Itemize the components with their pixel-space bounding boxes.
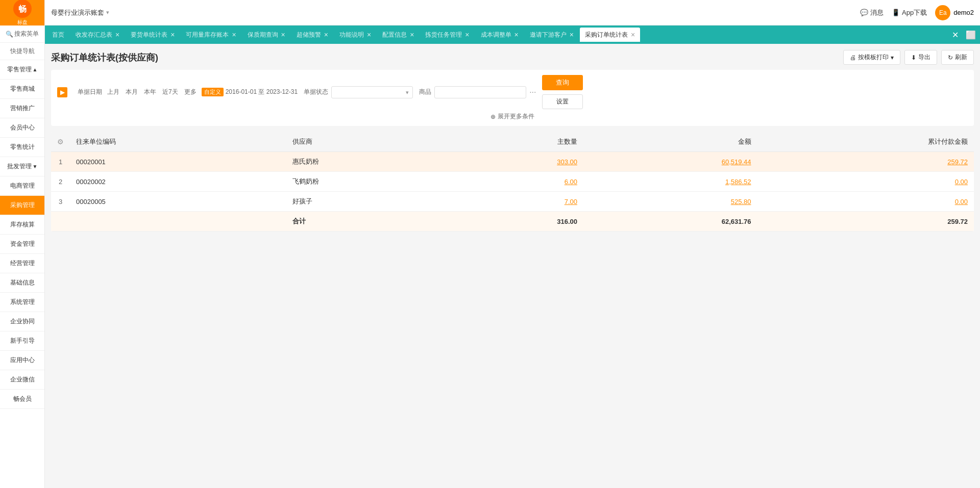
- data-table-wrap: ⚙ 往来单位编码 供应商 主数量 金额 累计付款金额 1 00020001 惠氏…: [51, 132, 974, 232]
- tab-yaohuo-label: 要货单统计表: [131, 31, 167, 39]
- tab-tuohuo[interactable]: 拣货任务管理 ×: [420, 28, 474, 42]
- tab-yaohuo[interactable]: 要货单统计表 ×: [126, 28, 180, 42]
- table-header-row: ⚙ 往来单位编码 供应商 主数量 金额 累计付款金额: [51, 132, 974, 152]
- tab-kuyong[interactable]: 可用量库存账本 ×: [181, 28, 241, 42]
- filter-expand-arrow[interactable]: ▶: [57, 87, 67, 97]
- date-btn-more[interactable]: 更多: [182, 87, 199, 97]
- sidebar-item-purchase[interactable]: 采购管理: [0, 196, 44, 215]
- sidebar-item-retail-mall[interactable]: 零售商城: [0, 80, 44, 99]
- message-button[interactable]: 💬 消息: [860, 8, 884, 17]
- print-button[interactable]: 🖨 按模板打印 ▾: [843, 50, 900, 65]
- tab-close-icon[interactable]: ×: [324, 31, 328, 38]
- row-amount: 1,586.52: [583, 172, 757, 192]
- sidebar-item-retail[interactable]: 零售管理 ▲: [0, 60, 44, 80]
- sidebar-item-basic[interactable]: 基础信息: [0, 273, 44, 293]
- tab-home[interactable]: 首页: [47, 28, 69, 42]
- row-code: 00020002: [70, 172, 286, 192]
- export-icon: ⬇: [911, 54, 916, 61]
- tab-close-icon[interactable]: ×: [170, 31, 175, 38]
- tab-shoufa[interactable]: 收发存汇总表 ×: [70, 28, 125, 42]
- sidebar-item-corpwx[interactable]: 企业微信: [0, 370, 44, 390]
- tab-close-icon[interactable]: ×: [367, 31, 371, 38]
- tab-peizhi[interactable]: 配置信息 ×: [377, 28, 419, 42]
- sidebar-item-ops[interactable]: 经营管理: [0, 254, 44, 273]
- sidebar-logo: 畅 标盘: [0, 0, 44, 25]
- sidebar-item-retail-stat[interactable]: 零售统计: [0, 138, 44, 157]
- tab-close-icon[interactable]: ×: [410, 31, 414, 38]
- th-amount: 金额: [583, 132, 757, 152]
- column-settings-button[interactable]: 设置: [542, 94, 583, 109]
- table-row[interactable]: 2 00020002 飞鹤奶粉 6.00 1,586.52 0.00: [51, 172, 974, 192]
- tabbar: 首页 收发存汇总表 × 要货单统计表 × 可用量库存账本 × 保质期查询 × 超…: [45, 25, 980, 44]
- row-amount: 525.80: [583, 192, 757, 212]
- tab-chaocheng[interactable]: 超储预警 ×: [291, 28, 333, 42]
- tab-baozhi-label: 保质期查询: [248, 31, 278, 39]
- logo-icon: 畅: [13, 0, 32, 18]
- tab-close-icon[interactable]: ×: [514, 31, 519, 38]
- th-supplier: 供应商: [286, 132, 448, 152]
- quicknav-button[interactable]: 快捷导航: [0, 43, 44, 60]
- query-button[interactable]: 查询: [542, 75, 583, 90]
- table-row[interactable]: 3 00020005 好孩子 7.00 525.80 0.00: [51, 192, 974, 212]
- th-code: 往来单位编码: [70, 132, 286, 152]
- workspace-selector[interactable]: 母婴行业演示账套 ▾: [51, 8, 109, 17]
- sidebar-item-corp[interactable]: 企业协同: [0, 312, 44, 331]
- status-select[interactable]: [331, 86, 413, 98]
- tab-close-icon[interactable]: ×: [232, 31, 236, 38]
- row-paid: 0.00: [757, 192, 974, 212]
- row-amount: 60,519.44: [583, 152, 757, 172]
- tab-yaoqing[interactable]: 邀请下游客户 ×: [525, 28, 579, 42]
- phone-icon: 📱: [892, 9, 900, 16]
- topbar-right: 💬 消息 📱 App下载 Ea demo2: [860, 5, 974, 20]
- sidebar-item-finance[interactable]: 资金管理: [0, 235, 44, 254]
- goods-input[interactable]: [434, 86, 526, 98]
- refresh-icon: ↻: [948, 54, 953, 61]
- search-button[interactable]: 🔍 搜索英单: [3, 30, 41, 38]
- row-qty: 6.00: [448, 172, 583, 192]
- quicknav-label: 快捷导航: [10, 47, 35, 56]
- sidebar-item-inventory[interactable]: 库存核算: [0, 215, 44, 235]
- sidebar-item-vip[interactable]: 畅会员: [0, 390, 44, 409]
- tab-chaocheng-label: 超储预警: [297, 31, 321, 39]
- date-btn-last-month[interactable]: 上月: [105, 87, 121, 97]
- tab-caigou-label: 采购订单统计表: [585, 31, 628, 39]
- goods-more-icon[interactable]: ···: [529, 88, 536, 97]
- tab-close-active-icon[interactable]: ×: [631, 31, 635, 38]
- tab-close-icon[interactable]: ×: [570, 31, 574, 38]
- expand-more-row[interactable]: ⊕ 展开更多条件: [57, 109, 968, 121]
- main-area: 母婴行业演示账套 ▾ 💬 消息 📱 App下载 Ea demo2 首页: [45, 0, 980, 488]
- workspace-arrow-icon: ▾: [106, 9, 109, 16]
- sidebar-item-ecom[interactable]: 电商管理: [0, 176, 44, 196]
- search-section[interactable]: 🔍 搜索英单: [0, 25, 44, 43]
- tab-chengben[interactable]: 成本调整单 ×: [476, 28, 524, 42]
- date-btn-this-month[interactable]: 本月: [124, 87, 140, 97]
- status-select-wrap: [331, 86, 413, 98]
- tab-caigou[interactable]: 采购订单统计表 ×: [580, 28, 640, 42]
- date-custom: 自定义 2016-01-01 至 2023-12-31: [202, 88, 298, 96]
- page-actions: 🖨 按模板打印 ▾ ⬇ 导出 ↻ 刷新: [843, 50, 974, 65]
- tab-close-icon[interactable]: ×: [281, 31, 285, 38]
- sidebar-item-wholesale[interactable]: 批发管理 ▼: [0, 157, 44, 176]
- page-title: 采购订单统计表(按供应商): [51, 52, 158, 64]
- sidebar-item-sys[interactable]: 系统管理: [0, 293, 44, 312]
- user-menu[interactable]: Ea demo2: [935, 5, 974, 20]
- sidebar-item-member[interactable]: 会员中心: [0, 118, 44, 138]
- footer-label: 合计: [286, 212, 448, 232]
- close-all-tabs-button[interactable]: ✕: [950, 29, 961, 41]
- sidebar-item-appcenter[interactable]: 应用中心: [0, 351, 44, 370]
- tab-baozhi[interactable]: 保质期查询 ×: [242, 28, 290, 42]
- tab-close-icon[interactable]: ×: [115, 31, 119, 38]
- sidebar-item-newbie[interactable]: 新手引导: [0, 331, 44, 351]
- date-btn-this-year[interactable]: 本年: [142, 87, 158, 97]
- maximize-button[interactable]: ⬜: [964, 29, 978, 41]
- row-code: 00020001: [70, 152, 286, 172]
- sidebar-item-marketing[interactable]: 营销推广: [0, 99, 44, 118]
- refresh-button[interactable]: ↻ 刷新: [941, 50, 974, 65]
- tab-gngs[interactable]: 功能说明 ×: [334, 28, 376, 42]
- tab-close-icon[interactable]: ×: [465, 31, 469, 38]
- date-btn-7days[interactable]: 近7天: [160, 87, 180, 97]
- export-button[interactable]: ⬇ 导出: [904, 50, 937, 65]
- table-settings-icon[interactable]: ⚙: [57, 138, 64, 146]
- app-download-button[interactable]: 📱 App下载: [892, 8, 927, 17]
- table-row[interactable]: 1 00020001 惠氏奶粉 303.00 60,519.44 259.72: [51, 152, 974, 172]
